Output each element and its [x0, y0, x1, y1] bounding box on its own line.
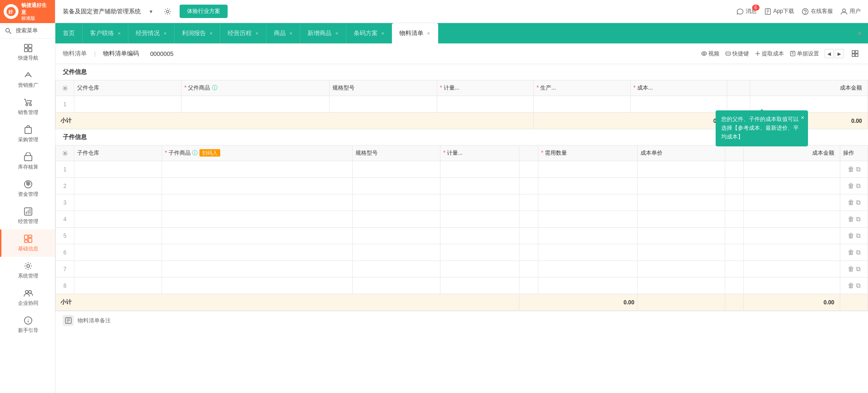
child-cell-unit-5[interactable] [440, 228, 519, 244]
tab-history-close[interactable]: × [255, 30, 258, 36]
parent-th-gear[interactable] [56, 80, 74, 96]
child-cell-goods-6[interactable] [162, 244, 352, 261]
app-download-button[interactable]: App下载 [764, 7, 794, 15]
child-delete-icon-8[interactable]: 🗑 [848, 282, 854, 290]
tab-barcode-close[interactable]: × [381, 30, 384, 36]
grid-view-icon[interactable] [850, 48, 861, 59]
tab-new-goods-close[interactable]: × [335, 30, 338, 36]
child-cell-goods-3[interactable] [162, 194, 352, 211]
child-th-gear[interactable] [56, 145, 74, 161]
child-cell-warehouse-5[interactable] [74, 228, 162, 244]
breadcrumb-main[interactable]: 物料清单 [63, 49, 87, 58]
sidebar-item-enterprise[interactable]: 企业协同 [0, 284, 55, 311]
child-cell-qty-6[interactable] [538, 244, 637, 261]
child-delete-icon-2[interactable]: 🗑 [848, 182, 854, 190]
parent-cell-spec[interactable] [330, 96, 437, 113]
child-cell-warehouse-2[interactable] [74, 178, 162, 194]
child-copy-icon-3[interactable]: ⧉ [856, 199, 861, 206]
child-cell-goods-8[interactable] [162, 278, 352, 294]
parent-cell-unit[interactable] [437, 96, 534, 113]
parent-cell-cost[interactable] [630, 96, 727, 113]
child-cell-goods-1[interactable] [162, 161, 352, 178]
sidebar-item-guide[interactable]: 新手引导 [0, 311, 55, 339]
child-delete-icon-3[interactable]: 🗑 [848, 199, 854, 206]
child-cell-unit-2[interactable] [440, 178, 519, 194]
child-cell-unit-cost-7[interactable] [637, 261, 725, 278]
child-cell-spec-4[interactable] [353, 211, 440, 228]
sidebar-item-search[interactable]: 搜索菜单 [0, 23, 55, 39]
extract-cost-action[interactable]: 提取成本 [754, 50, 784, 58]
child-cell-spec-6[interactable] [353, 244, 440, 261]
user-menu-button[interactable]: 用户 [840, 7, 861, 15]
child-delete-icon-5[interactable]: 🗑 [848, 232, 854, 240]
tab-new-goods[interactable]: 新增商品 × [300, 23, 346, 43]
child-cell-unit-cost-1[interactable] [637, 161, 725, 178]
shortcuts-action[interactable]: 快捷键 [725, 50, 749, 58]
child-cell-qty-8[interactable] [538, 278, 637, 294]
child-cell-warehouse-3[interactable] [74, 194, 162, 211]
child-delete-icon-4[interactable]: 🗑 [848, 215, 854, 223]
settings-gear-icon[interactable] [161, 5, 174, 18]
child-cell-unit-cost-5[interactable] [637, 228, 725, 244]
tabbar-close-icon[interactable]: ✕ [855, 30, 864, 37]
sidebar-item-inventory[interactable]: 库存核算 [0, 148, 55, 175]
tab-customer-close[interactable]: × [118, 30, 121, 36]
next-button[interactable]: ▶ [835, 49, 844, 58]
parent-cell-goods[interactable] [181, 96, 330, 113]
child-cell-qty-3[interactable] [538, 194, 637, 211]
sidebar-item-marketing[interactable]: 营销推广 [0, 66, 55, 93]
tab-bom-close[interactable]: × [427, 30, 430, 36]
child-cell-spec-7[interactable] [353, 261, 440, 278]
sidebar-item-nav[interactable]: 快捷导航 [0, 39, 55, 66]
child-cell-unit-cost-8[interactable] [637, 278, 725, 294]
child-cell-goods-4[interactable] [162, 211, 352, 228]
child-copy-icon-8[interactable]: ⧉ [856, 282, 861, 290]
child-copy-icon-5[interactable]: ⧉ [856, 232, 861, 240]
child-copy-icon-7[interactable]: ⧉ [856, 265, 861, 273]
child-cell-unit-7[interactable] [440, 261, 519, 278]
child-cell-spec-8[interactable] [353, 278, 440, 294]
child-copy-icon-1[interactable]: ⧉ [856, 165, 861, 173]
child-copy-icon-6[interactable]: ⧉ [856, 248, 861, 256]
sidebar-item-sales[interactable]: 销售管理 [0, 93, 55, 121]
parent-cell-warehouse[interactable] [74, 96, 181, 113]
child-cell-unit-cost-4[interactable] [637, 211, 725, 228]
single-settings-action[interactable]: 单据设置 [790, 50, 819, 58]
child-cell-warehouse-8[interactable] [74, 278, 162, 294]
view-action[interactable]: 视频 [701, 50, 719, 58]
child-cell-goods-5[interactable] [162, 228, 352, 244]
sidebar-item-business[interactable]: 经营管理 [0, 202, 55, 230]
child-cell-unit-cost-3[interactable] [637, 194, 725, 211]
sidebar-item-finance[interactable]: 资金管理 [0, 175, 55, 202]
child-copy-icon-2[interactable]: ⧉ [856, 182, 861, 190]
tab-customer[interactable]: 客户联络 × [83, 23, 128, 43]
child-cell-unit-8[interactable] [440, 278, 519, 294]
child-cell-unit-6[interactable] [440, 244, 519, 261]
child-delete-icon-6[interactable]: 🗑 [848, 248, 854, 256]
child-cell-unit-4[interactable] [440, 211, 519, 228]
child-delete-icon-1[interactable]: 🗑 [848, 165, 854, 173]
tab-profit[interactable]: 利润报告 × [175, 23, 220, 43]
tab-operations-close[interactable]: × [163, 30, 166, 36]
child-cell-spec-2[interactable] [353, 178, 440, 194]
tab-home[interactable]: 首页 [55, 23, 83, 43]
sidebar-item-basic[interactable]: 基础信息 [0, 230, 55, 257]
tooltip-close-button[interactable]: × [801, 113, 804, 123]
child-copy-icon-4[interactable]: ⧉ [856, 215, 861, 223]
parent-cell-production[interactable] [534, 96, 631, 113]
tab-goods[interactable]: 商品 × [266, 23, 300, 43]
child-cell-spec-5[interactable] [353, 228, 440, 244]
prev-button[interactable]: ◀ [825, 49, 834, 58]
child-cell-unit-cost-2[interactable] [637, 178, 725, 194]
messages-button[interactable]: 消息 6 [736, 7, 757, 15]
child-cell-goods-7[interactable] [162, 261, 352, 278]
child-cell-warehouse-4[interactable] [74, 211, 162, 228]
online-service-button[interactable]: 在线客服 [802, 7, 833, 15]
trial-button[interactable]: 体验行业方案 [180, 5, 228, 18]
tab-barcode[interactable]: 条码方案 × [346, 23, 392, 43]
child-cell-goods-2[interactable] [162, 178, 352, 194]
tab-history[interactable]: 经营历程 × [220, 23, 266, 43]
child-cell-warehouse-7[interactable] [74, 261, 162, 278]
child-cell-warehouse-1[interactable] [74, 161, 162, 178]
child-cell-unit-1[interactable] [440, 161, 519, 178]
